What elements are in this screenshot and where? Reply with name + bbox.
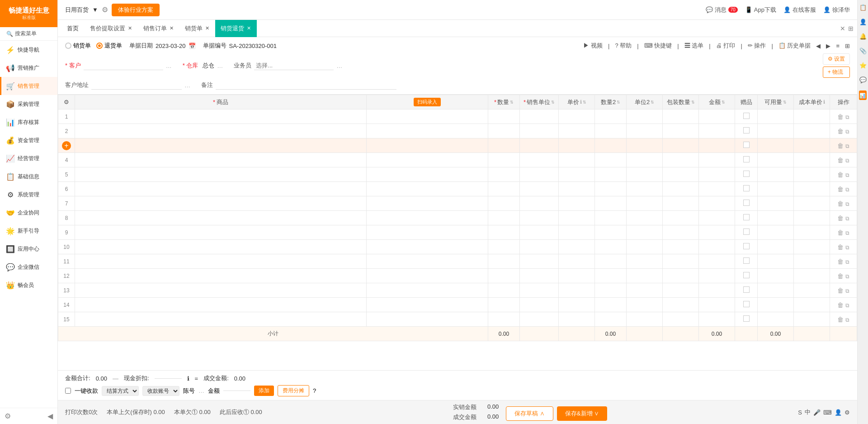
row-unit2[interactable] [627, 283, 663, 298]
row-unit2[interactable] [627, 182, 663, 196]
copy-row-button[interactable]: ⧉ [845, 317, 849, 323]
row-product[interactable] [75, 124, 367, 138]
copy-row-button[interactable]: ⧉ [845, 288, 849, 294]
tab-sales-return[interactable]: 销货退货 ✕ [215, 20, 257, 37]
row-product[interactable] [75, 254, 367, 269]
delete-row-button[interactable]: 🗑 [837, 157, 844, 164]
panel-icon-orange[interactable]: 📊 [859, 91, 867, 100]
row-pack[interactable] [663, 254, 699, 269]
row-amount[interactable] [699, 269, 735, 283]
row-price[interactable] [559, 298, 595, 312]
maximize-btn[interactable]: ⊞ [848, 25, 854, 32]
product-input[interactable] [79, 258, 363, 265]
copy-row-button[interactable]: ⧉ [845, 114, 849, 120]
row-price[interactable] [559, 167, 595, 182]
save-new-button[interactable]: 保存&新增 ∨ [557, 406, 607, 421]
price-info-icon[interactable]: ℹ [580, 99, 582, 105]
sidebar-item-operations[interactable]: 📈 经营管理 [0, 149, 57, 167]
tab-sales-goods[interactable]: 销货单 ✕ [179, 20, 215, 37]
row-gift[interactable] [735, 312, 758, 327]
row-price[interactable] [559, 225, 595, 240]
row-unit[interactable] [519, 138, 558, 153]
tab-price-setup[interactable]: 售价提取设置 ✕ [85, 20, 138, 37]
gift-checkbox[interactable] [743, 229, 750, 235]
row-unit2[interactable] [627, 167, 663, 182]
copy-row-button[interactable]: ⧉ [845, 186, 849, 193]
row-pack[interactable] [663, 196, 699, 211]
row-product[interactable] [75, 167, 367, 182]
row-pack[interactable] [663, 225, 699, 240]
tab-close-icon[interactable]: ✕ [128, 25, 132, 31]
row-amount[interactable] [699, 298, 735, 312]
row-qty2[interactable] [595, 269, 627, 283]
row-pack[interactable] [663, 312, 699, 327]
row-pack[interactable] [663, 110, 699, 124]
row-product[interactable] [75, 196, 367, 211]
gift-checkbox[interactable] [743, 142, 750, 148]
sort-icon[interactable]: ⇅ [510, 100, 514, 105]
gift-checkbox[interactable] [743, 113, 750, 119]
row-unit[interactable] [519, 196, 558, 211]
delete-row-button[interactable]: 🗑 [837, 243, 844, 251]
sort-icon[interactable]: ⇅ [722, 100, 725, 105]
row-gift[interactable] [735, 269, 758, 283]
row-qty2[interactable] [595, 298, 627, 312]
delete-row-button[interactable]: 🗑 [837, 287, 844, 294]
copy-row-button[interactable]: ⧉ [845, 201, 849, 207]
sort-icon[interactable]: ⇅ [617, 100, 620, 105]
sidebar-item-sales[interactable]: 🛒 销售管理 [0, 77, 57, 95]
row-pack[interactable] [663, 240, 699, 254]
row-pack[interactable] [663, 298, 699, 312]
close-all-btn[interactable]: ✕ [840, 25, 845, 32]
messages-btn[interactable]: 💬 消息 70 [706, 6, 738, 14]
copy-row-button[interactable]: ⧉ [845, 244, 849, 251]
row-product[interactable] [75, 110, 367, 124]
product-input[interactable] [79, 287, 363, 294]
product-input[interactable] [79, 142, 363, 149]
action-help[interactable]: ? 帮助 [615, 42, 632, 50]
row-product[interactable] [75, 153, 367, 167]
row-qty[interactable] [488, 110, 519, 124]
copy-row-button[interactable]: ⧉ [845, 215, 849, 222]
delete-row-button[interactable]: 🗑 [837, 142, 844, 149]
product-input[interactable] [79, 272, 363, 279]
cost-info-icon[interactable]: ℹ [823, 99, 825, 105]
tab-home[interactable]: 首页 [61, 20, 85, 37]
sidebar-item-inventory[interactable]: 📊 库存核算 [0, 113, 57, 131]
row-pack[interactable] [663, 167, 699, 182]
row-unit[interactable] [519, 240, 558, 254]
row-pack[interactable] [663, 153, 699, 167]
sort-icon[interactable]: ⇅ [691, 100, 695, 105]
row-qty2[interactable] [595, 167, 627, 182]
row-unit2[interactable] [627, 124, 663, 138]
delete-row-button[interactable]: 🗑 [837, 200, 844, 207]
one-click-payment-checkbox[interactable] [65, 388, 71, 394]
row-pack[interactable] [663, 182, 699, 196]
product-input[interactable] [79, 316, 363, 323]
row-product[interactable] [75, 211, 367, 225]
row-gift[interactable] [735, 196, 758, 211]
row-pack[interactable] [663, 283, 699, 298]
row-qty[interactable] [488, 138, 519, 153]
delete-row-button[interactable]: 🗑 [837, 316, 844, 323]
gift-checkbox[interactable] [743, 185, 750, 191]
nav-prev[interactable]: ◀ [816, 43, 821, 49]
amount-input[interactable] [223, 391, 250, 391]
row-qty2[interactable] [595, 153, 627, 167]
delete-row-button[interactable]: 🗑 [837, 171, 844, 178]
staff-input[interactable] [254, 61, 334, 70]
tab-close-icon[interactable]: ✕ [170, 25, 174, 31]
row-qty2[interactable] [595, 182, 627, 196]
row-amount[interactable] [699, 110, 735, 124]
product-input[interactable] [79, 229, 363, 236]
row-qty2[interactable] [595, 283, 627, 298]
row-unit[interactable] [519, 312, 558, 327]
gift-checkbox[interactable] [743, 171, 750, 177]
set-button[interactable]: ⚙ 设置 [823, 53, 850, 65]
sidebar-item-marketing[interactable]: 📢 营销推广 [0, 59, 57, 77]
row-unit[interactable] [519, 124, 558, 138]
row-unit[interactable] [519, 182, 558, 196]
product-input[interactable] [79, 128, 363, 134]
sidebar-item-purchase[interactable]: 📦 采购管理 [0, 95, 57, 113]
row-qty2[interactable] [595, 225, 627, 240]
